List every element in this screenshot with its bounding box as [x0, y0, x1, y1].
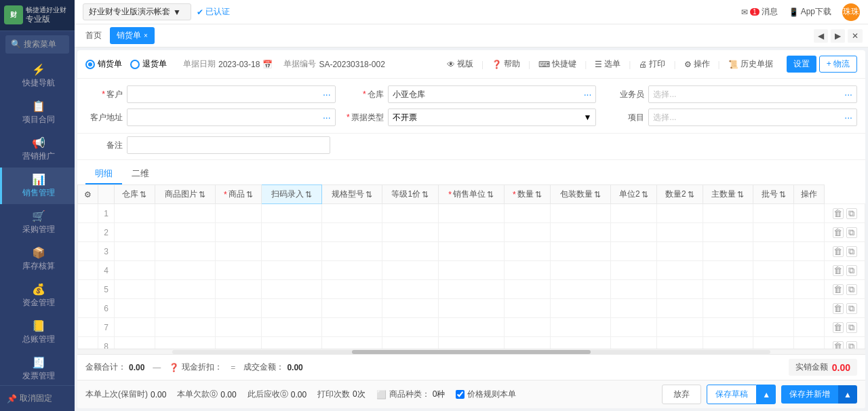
scrollbar-thumb[interactable] — [352, 350, 591, 354]
form-fields: 客户 ··· 仓库 小亚仓库 ··· 业务员 选择... ··· — [77, 79, 865, 134]
table-container: ⚙ 仓库⇅ 商品图片⇅ *商品⇅ 扫码录入⇅ 规格型号⇅ 等级1价⇅ *销售单位… — [77, 184, 865, 349]
save-draft-button[interactable]: 保存草稿 — [707, 385, 757, 404]
copy-row-icon[interactable]: ⧉ — [846, 322, 857, 333]
delete-row-icon[interactable]: 🗑 — [833, 246, 844, 257]
tab-2d[interactable]: 二维 — [122, 164, 159, 184]
logo-icon: 财 — [4, 5, 23, 24]
table-row[interactable]: 1🗑⧉ — [78, 204, 865, 223]
tab-sales-order[interactable]: 销货单 × — [110, 27, 155, 44]
delete-row-icon[interactable]: 🗑 — [833, 303, 844, 314]
delete-row-icon[interactable]: 🗑 — [833, 265, 844, 276]
help-button[interactable]: ❓ 帮助 — [489, 57, 523, 71]
table-row[interactable]: 3🗑⧉ — [78, 242, 865, 261]
address-picker-icon[interactable]: ··· — [323, 112, 331, 123]
logistics-button[interactable]: + 物流 — [819, 56, 857, 73]
price-rule-checkbox[interactable]: 价格规则本单 — [456, 389, 516, 400]
ticket-select[interactable]: 不开票 ▼ — [388, 109, 597, 126]
tab-next-button[interactable]: ▶ — [831, 29, 845, 43]
table-row[interactable]: 7🗑⧉ — [78, 318, 865, 337]
print-button[interactable]: 🖨 打印 — [636, 57, 668, 71]
save-new-arrow[interactable]: ▲ — [838, 385, 857, 404]
unpin-button[interactable]: 📌 取消固定 — [4, 390, 71, 407]
abandon-button[interactable]: 放弃 — [662, 385, 701, 404]
delete-row-icon[interactable]: 🗑 — [833, 341, 844, 349]
customer-input[interactable]: ··· — [127, 85, 336, 103]
warehouse-value: 小亚仓库 — [393, 89, 425, 100]
sidebar-item-finance[interactable]: 💰 资金管理 — [0, 277, 75, 314]
table-row[interactable]: 5🗑⧉ — [78, 280, 865, 299]
radio-return-order[interactable]: 退货单 — [130, 58, 167, 70]
sidebar-item-inventory[interactable]: 📦 库存核算 — [0, 241, 75, 277]
tab-close-icon[interactable]: × — [144, 32, 148, 39]
view-tabs: 明细 二维 — [77, 160, 865, 184]
sidebar-item-shortcut[interactable]: ⚡ 快捷导航 — [0, 58, 75, 94]
customer-picker-icon[interactable]: ··· — [323, 89, 331, 100]
copy-row-icon[interactable]: ⧉ — [846, 265, 857, 276]
separator5: | — [673, 60, 675, 69]
shortcut-button[interactable]: ⌨ 快捷键 — [536, 57, 579, 71]
deal-amount-summary: 成交金额： 0.00 — [243, 361, 302, 373]
company-name: 好业财专业版演示帐套 — [89, 6, 170, 18]
warehouse-picker-icon[interactable]: ··· — [584, 89, 592, 100]
project-input[interactable]: 选择... ··· — [648, 109, 857, 126]
th-action: 操作 — [793, 185, 824, 204]
search-menu-button[interactable]: 🔍 搜索菜单 — [5, 35, 69, 54]
copy-row-icon[interactable]: ⧉ — [846, 284, 857, 295]
footer-actions: 放弃 保存草稿 ▲ 保存并新增 ▲ — [662, 385, 857, 404]
select-button[interactable]: ☰ 选单 — [592, 57, 623, 71]
calendar-icon[interactable]: 📅 — [262, 60, 273, 69]
sidebar-item-purchase[interactable]: 🛒 采购管理 — [0, 204, 75, 241]
warehouse-input[interactable]: 小亚仓库 ··· — [388, 85, 597, 103]
scrollbar-area[interactable] — [77, 349, 865, 354]
user-avatar[interactable]: 珠珠 — [842, 3, 860, 21]
shortcut-icon: ⚡ — [32, 63, 45, 76]
history-button[interactable]: 📜 历史单据 — [726, 57, 776, 71]
salesperson-field-row: 业务员 选择... ··· — [607, 85, 857, 103]
salesperson-picker-icon[interactable]: ··· — [844, 89, 852, 100]
copy-row-icon[interactable]: ⧉ — [846, 303, 857, 314]
sidebar-item-sales[interactable]: 📊 销售管理 — [0, 168, 75, 204]
copy-row-icon[interactable]: ⧉ — [846, 208, 857, 219]
tab-detail[interactable]: 明细 — [85, 164, 122, 184]
table-row[interactable]: 8🗑⧉ — [78, 337, 865, 349]
delete-row-icon[interactable]: 🗑 — [833, 284, 844, 295]
app-download-button[interactable]: 📱 App下载 — [789, 6, 831, 18]
sidebar-item-ledger[interactable]: 📒 总账管理 — [0, 314, 75, 351]
company-selector[interactable]: 好业财专业版演示帐套 ▼ — [83, 3, 191, 20]
tab-home[interactable]: 首页 — [80, 27, 107, 44]
table-row[interactable]: 4🗑⧉ — [78, 261, 865, 280]
project-picker-icon[interactable]: ··· — [844, 112, 852, 123]
sidebar-item-project[interactable]: 📋 项目合同 — [0, 94, 75, 131]
th-settings[interactable]: ⚙ — [78, 185, 98, 204]
address-input[interactable]: ··· — [127, 109, 336, 126]
tab-close-all-button[interactable]: ✕ — [848, 29, 863, 43]
table-row[interactable]: 6🗑⧉ — [78, 299, 865, 318]
th-qty: *数量⇅ — [504, 185, 550, 204]
radio-sale-order[interactable]: 销货单 — [85, 58, 122, 70]
delete-row-icon[interactable]: 🗑 — [833, 208, 844, 219]
receivable-amount: 此后应收⓪ 0.00 — [248, 389, 307, 400]
separator4: | — [629, 60, 631, 69]
salesperson-input[interactable]: 选择... ··· — [648, 85, 857, 103]
th-product: *商品⇅ — [215, 185, 261, 204]
sidebar-item-invoice[interactable]: 🧾 发票管理 — [0, 351, 75, 385]
notes-input[interactable] — [127, 136, 330, 154]
delete-row-icon[interactable]: 🗑 — [833, 227, 844, 238]
delete-row-icon[interactable]: 🗑 — [833, 322, 844, 333]
view-button[interactable]: 👁 视版 — [444, 57, 476, 71]
tab-prev-button[interactable]: ◀ — [814, 29, 828, 43]
save-draft-arrow[interactable]: ▲ — [757, 385, 776, 404]
save-new-button[interactable]: 保存并新增 — [781, 385, 838, 404]
price-rule-check[interactable] — [456, 390, 465, 399]
sidebar-item-marketing[interactable]: 📢 营销推广 — [0, 131, 75, 168]
setup-button[interactable]: 设置 — [787, 56, 816, 73]
copy-row-icon[interactable]: ⧉ — [846, 246, 857, 257]
operation-button[interactable]: ⚙ 操作 — [682, 57, 713, 71]
toolbar-right: 👁 视版 | ❓ 帮助 | ⌨ 快捷键 | ☰ 选单 | — [444, 56, 857, 73]
copy-row-icon[interactable]: ⧉ — [846, 227, 857, 238]
message-button[interactable]: ✉ 1 消息 — [741, 6, 778, 18]
table-row[interactable]: 2🗑⧉ — [78, 223, 865, 242]
pin-icon: 📌 — [7, 394, 17, 404]
help-icon: ❓ — [492, 60, 502, 69]
copy-row-icon[interactable]: ⧉ — [846, 341, 857, 349]
